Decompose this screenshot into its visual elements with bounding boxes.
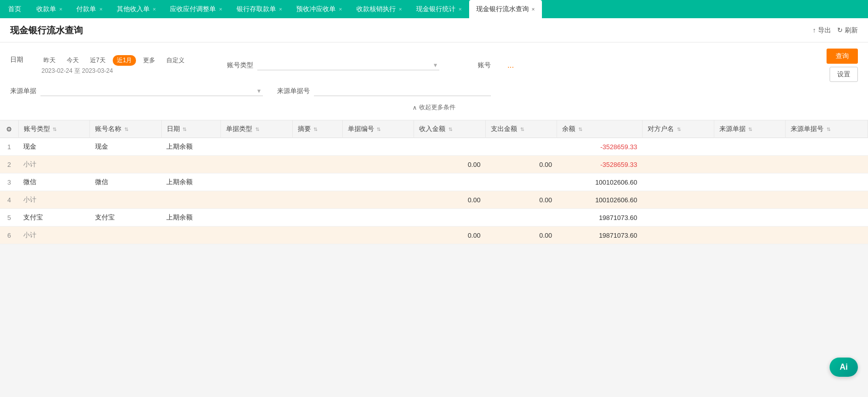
nav-item-stats[interactable]: 现金银行统计 × bbox=[409, 0, 469, 18]
date-opt-7days[interactable]: 近7天 bbox=[86, 55, 110, 66]
refresh-icon: ↻ bbox=[837, 26, 843, 34]
cell-expense bbox=[485, 138, 557, 156]
th-account-name[interactable]: 账号名称 ⇅ bbox=[90, 120, 162, 138]
cell-doc-type bbox=[221, 156, 293, 173]
row-number: 6 bbox=[0, 227, 18, 244]
close-icon[interactable]: × bbox=[279, 6, 282, 12]
cell-summary bbox=[292, 138, 342, 156]
th-doc-no[interactable]: 单据编号 ⇅ bbox=[342, 120, 414, 138]
date-opt-today[interactable]: 今天 bbox=[63, 55, 83, 66]
th-summary[interactable]: 摘要 ⇅ bbox=[292, 120, 342, 138]
table-header-row: ⚙ 账号类型 ⇅ 账号名称 ⇅ 日期 ⇅ 单据类型 ⇅ bbox=[0, 120, 868, 138]
close-icon[interactable]: × bbox=[99, 6, 102, 12]
cell-doc-no bbox=[342, 191, 414, 209]
export-button[interactable]: ↑ 导出 bbox=[813, 26, 832, 35]
cell-doc-no bbox=[342, 209, 414, 227]
table-row[interactable]: 4 小计 0.00 0.00 100102606.60 bbox=[0, 191, 868, 209]
th-date[interactable]: 日期 ⇅ bbox=[161, 120, 221, 138]
th-income[interactable]: 收入金额 ⇅ bbox=[414, 120, 486, 138]
close-icon[interactable]: × bbox=[153, 6, 156, 12]
filter-area: 日期 昨天 今天 近7天 近1月 更多 自定义 2023-02-24 至 202… bbox=[0, 42, 868, 120]
nav-home[interactable]: 首页 bbox=[0, 0, 29, 18]
close-icon[interactable]: × bbox=[339, 6, 342, 12]
cell-income bbox=[414, 173, 486, 191]
table-container: ⚙ 账号类型 ⇅ 账号名称 ⇅ 日期 ⇅ 单据类型 ⇅ bbox=[0, 120, 868, 244]
cell-source-doc bbox=[714, 227, 786, 244]
row-number: 2 bbox=[0, 156, 18, 173]
cell-account-name: 支付宝 bbox=[90, 209, 162, 227]
source-doc-no-label: 来源单据号 bbox=[277, 86, 310, 96]
th-balance[interactable]: 余额 ⇅ bbox=[557, 120, 643, 138]
cell-summary bbox=[292, 227, 342, 244]
th-counterparty[interactable]: 对方户名 ⇅ bbox=[643, 120, 714, 138]
th-source-doc-no[interactable]: 来源单据号 ⇅ bbox=[786, 120, 868, 138]
table-row[interactable]: 2 小计 0.00 0.00 -3528659.33 bbox=[0, 156, 868, 173]
close-icon[interactable]: × bbox=[59, 6, 62, 12]
cell-income: 0.00 bbox=[414, 191, 486, 209]
sort-icon: ⇅ bbox=[520, 126, 524, 132]
close-icon[interactable]: × bbox=[532, 6, 535, 12]
filter-row-2: 来源单据 ▾ 来源单据号 bbox=[10, 86, 858, 96]
cell-expense bbox=[485, 209, 557, 227]
sort-icon: ⇅ bbox=[448, 126, 452, 132]
date-opt-1month[interactable]: 近1月 bbox=[113, 55, 136, 66]
cell-account-name bbox=[90, 191, 162, 209]
cell-doc-type bbox=[221, 138, 293, 156]
nav-item-verify[interactable]: 收款核销执行 × bbox=[349, 0, 409, 18]
date-opt-more[interactable]: 更多 bbox=[139, 55, 159, 66]
collapse-bar[interactable]: ∧ 收起更多条件 bbox=[10, 100, 858, 114]
setting-button[interactable]: 设置 bbox=[830, 67, 858, 82]
cell-account-name bbox=[90, 156, 162, 173]
nav-item-adjust[interactable]: 应收应付调整单 × bbox=[163, 0, 229, 18]
cell-summary bbox=[292, 173, 342, 191]
nav-item-shoukuandan[interactable]: 收款单 × bbox=[29, 0, 69, 18]
cell-doc-type bbox=[221, 173, 293, 191]
cell-counterparty bbox=[643, 191, 714, 209]
nav-item-prepay[interactable]: 预收冲应收单 × bbox=[289, 0, 349, 18]
nav-item-bank[interactable]: 银行存取款单 × bbox=[230, 0, 289, 18]
cell-expense: 0.00 bbox=[485, 227, 557, 244]
cell-expense: 0.00 bbox=[485, 191, 557, 209]
source-doc-label: 来源单据 bbox=[10, 86, 36, 96]
th-settings[interactable]: ⚙ bbox=[0, 120, 18, 138]
cell-doc-no bbox=[342, 156, 414, 173]
account-type-select[interactable]: ▾ bbox=[257, 60, 439, 70]
close-icon[interactable]: × bbox=[399, 6, 402, 12]
table-row[interactable]: 6 小计 0.00 0.00 19871073.60 bbox=[0, 227, 868, 244]
th-expense[interactable]: 支出金额 ⇅ bbox=[485, 120, 557, 138]
th-doc-type[interactable]: 单据类型 ⇅ bbox=[221, 120, 293, 138]
source-doc-no-input[interactable] bbox=[314, 86, 491, 96]
th-account-type[interactable]: 账号类型 ⇅ bbox=[18, 120, 90, 138]
date-opt-custom[interactable]: 自定义 bbox=[162, 55, 189, 66]
query-button[interactable]: 查询 bbox=[827, 49, 858, 64]
close-icon[interactable]: × bbox=[219, 6, 222, 12]
nav-item-cashflow[interactable]: 现金银行流水查询 × bbox=[469, 0, 542, 18]
cell-account-type: 现金 bbox=[18, 138, 90, 156]
table-row[interactable]: 1 现金 现金 上期余额 -3528659.33 bbox=[0, 138, 868, 156]
cell-date bbox=[161, 156, 221, 173]
cell-source-doc-no bbox=[786, 191, 868, 209]
cell-account-type: 小计 bbox=[18, 156, 90, 173]
row-number: 3 bbox=[0, 173, 18, 191]
cell-account-type: 小计 bbox=[18, 227, 90, 244]
source-doc-select[interactable]: ▾ bbox=[40, 86, 263, 96]
row-number: 1 bbox=[0, 138, 18, 156]
date-opt-yesterday[interactable]: 昨天 bbox=[39, 55, 60, 66]
account-dots[interactable]: ... bbox=[507, 61, 514, 70]
close-icon[interactable]: × bbox=[459, 6, 462, 12]
sort-icon: ⇅ bbox=[677, 126, 681, 132]
cell-source-doc bbox=[714, 173, 786, 191]
cell-source-doc-no bbox=[786, 156, 868, 173]
sort-icon: ⇅ bbox=[827, 126, 831, 132]
refresh-button[interactable]: ↻ 刷新 bbox=[837, 26, 858, 35]
cell-summary bbox=[292, 209, 342, 227]
cell-counterparty bbox=[643, 209, 714, 227]
table-row[interactable]: 5 支付宝 支付宝 上期余额 19871073.60 bbox=[0, 209, 868, 227]
cell-source-doc bbox=[714, 191, 786, 209]
table-row[interactable]: 3 微信 微信 上期余额 100102606.60 bbox=[0, 173, 868, 191]
nav-item-qita[interactable]: 其他收入单 × bbox=[110, 0, 163, 18]
cell-expense bbox=[485, 173, 557, 191]
sort-icon: ⇅ bbox=[182, 126, 187, 132]
nav-item-fukuandan[interactable]: 付款单 × bbox=[69, 0, 109, 18]
th-source-doc[interactable]: 来源单据 ⇅ bbox=[714, 120, 786, 138]
